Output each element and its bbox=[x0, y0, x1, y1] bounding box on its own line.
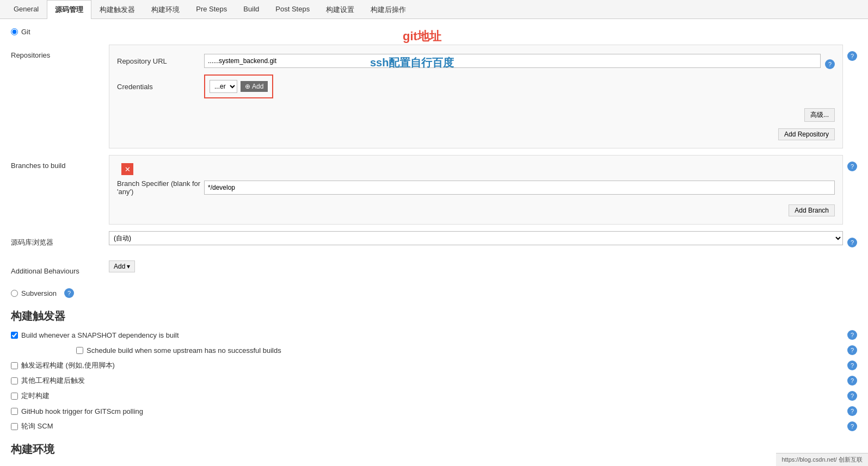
delete-branch-button[interactable]: ✕ bbox=[121, 163, 133, 175]
add-repository-button[interactable]: Add Repository bbox=[778, 128, 835, 140]
timed-label: 定时构建 bbox=[21, 391, 50, 401]
tab-postbuild[interactable]: 构建后操作 bbox=[362, 0, 414, 19]
poll-scm-help-icon[interactable]: ? bbox=[847, 421, 857, 431]
tab-bar: General 源码管理 构建触发器 构建环境 Pre Steps Build … bbox=[0, 0, 868, 19]
main-content: Git Repositories Repository URL ? Creden… bbox=[0, 19, 868, 466]
git-radio-text: Git bbox=[21, 28, 30, 36]
schedule-checkbox[interactable] bbox=[76, 347, 83, 354]
tab-triggers[interactable]: 构建触发器 bbox=[91, 0, 143, 19]
other-project-checkbox[interactable] bbox=[11, 377, 18, 384]
source-browser-help-icon[interactable]: ? bbox=[847, 238, 857, 247]
github-hook-checkbox[interactable] bbox=[11, 408, 18, 415]
repo-buttons-row: 高级... bbox=[117, 104, 835, 122]
credentials-label: Credentials bbox=[117, 83, 204, 91]
branch-specifier-form-row: Branch Specifier (blank for 'any') bbox=[117, 179, 835, 196]
branches-label: Branches to build bbox=[11, 155, 109, 176]
repo-url-input[interactable] bbox=[204, 54, 821, 68]
subversion-help-icon[interactable]: ? bbox=[64, 288, 74, 298]
source-browser-section: 源码库浏览器 (自动) ? bbox=[11, 231, 857, 254]
tab-general[interactable]: General bbox=[5, 0, 47, 19]
snapshot-checkbox[interactable] bbox=[11, 332, 18, 339]
repositories-outer: Repository URL ? Credentials ...er ⊕ bbox=[109, 45, 857, 148]
timed-help-icon[interactable]: ? bbox=[847, 391, 857, 401]
build-env-heading: 构建环境 bbox=[11, 442, 857, 457]
add-behaviour-button[interactable]: Add ▾ bbox=[109, 260, 135, 272]
repositories-section: Repositories Repository URL ? Credential… bbox=[11, 45, 857, 148]
repositories-help-icon[interactable]: ? bbox=[847, 51, 857, 61]
credentials-row: Credentials ...er ⊕ Add bbox=[117, 74, 835, 98]
github-hook-help-icon[interactable]: ? bbox=[847, 406, 857, 416]
tab-source[interactable]: 源码管理 bbox=[47, 0, 91, 19]
footer-url: https://blog.csdn.net/ bbox=[781, 456, 837, 463]
other-project-help-icon[interactable]: ? bbox=[847, 376, 857, 386]
build-triggers-heading: 构建触发器 bbox=[11, 309, 857, 324]
footer-bar: https://blog.csdn.net/ 创新互联 bbox=[776, 453, 868, 466]
other-project-checkbox-row: 其他工程构建后触发 ? bbox=[11, 376, 857, 386]
remote-help-icon[interactable]: ? bbox=[847, 361, 857, 370]
source-browser-outer: (自动) ? bbox=[109, 231, 857, 247]
additional-behaviours-section: Additional Behaviours Add ▾ bbox=[11, 260, 857, 282]
advanced-button[interactable]: 高级... bbox=[804, 108, 835, 122]
repo-url-row: Repository URL ? bbox=[117, 53, 835, 69]
schedule-checkbox-row: Schedule build when some upstream has no… bbox=[11, 345, 857, 355]
annotation-git: git地址 bbox=[403, 28, 441, 45]
repo-url-help-icon[interactable]: ? bbox=[825, 59, 835, 69]
remote-label: 触发远程构建 (例如,使用脚本) bbox=[21, 361, 115, 370]
branches-content: ✕ Branch Specifier (blank for 'any') Add… bbox=[109, 155, 843, 225]
repositories-content: Repository URL ? Credentials ...er ⊕ bbox=[109, 45, 843, 148]
subversion-radio[interactable] bbox=[11, 290, 18, 297]
schedule-help-icon[interactable]: ? bbox=[847, 345, 857, 355]
remote-checkbox[interactable] bbox=[11, 362, 18, 369]
branch-specifier-label: Branch Specifier (blank for 'any') bbox=[117, 179, 204, 196]
tab-poststeps[interactable]: Post Steps bbox=[267, 0, 318, 19]
add-branch-button[interactable]: Add Branch bbox=[789, 204, 835, 216]
add-behaviour-arrow: ▾ bbox=[127, 263, 130, 270]
timed-checkbox-row: 定时构建 ? bbox=[11, 391, 857, 401]
tab-env[interactable]: 构建环境 bbox=[143, 0, 188, 19]
source-browser-label: 源码库浏览器 bbox=[11, 231, 109, 254]
snapshot-help-icon[interactable]: ? bbox=[847, 330, 857, 340]
additional-behaviours-content: Add ▾ bbox=[109, 260, 135, 272]
schedule-label: Schedule build when some upstream has no… bbox=[87, 346, 281, 355]
repo-url-label: Repository URL bbox=[117, 57, 204, 65]
snapshot-checkbox-row: Build whenever a SNAPSHOT dependency is … bbox=[11, 330, 857, 340]
remote-checkbox-row: 触发远程构建 (例如,使用脚本) ? bbox=[11, 361, 857, 370]
subversion-radio-text: Subversion bbox=[21, 289, 57, 297]
poll-scm-label: 轮询 SCM bbox=[21, 421, 53, 431]
add-cred-icon: ⊕ bbox=[245, 83, 250, 90]
additional-behaviours-label: Additional Behaviours bbox=[11, 260, 109, 282]
snapshot-label: Build whenever a SNAPSHOT dependency is … bbox=[21, 331, 179, 339]
tab-settings[interactable]: 构建设置 bbox=[318, 0, 362, 19]
credentials-box: ...er ⊕ Add bbox=[204, 74, 273, 98]
tab-build[interactable]: Build bbox=[235, 0, 267, 19]
github-hook-label: GitHub hook trigger for GITScm polling bbox=[21, 407, 143, 415]
tab-presteps[interactable]: Pre Steps bbox=[188, 0, 235, 19]
branches-help-icon[interactable]: ? bbox=[847, 161, 857, 171]
add-cred-label: Add bbox=[252, 83, 263, 90]
credentials-select[interactable]: ...er bbox=[210, 80, 237, 93]
branch-specifier-row: ✕ bbox=[117, 163, 835, 175]
source-browser-select[interactable]: (自动) bbox=[109, 231, 843, 245]
add-branch-row: Add Branch bbox=[117, 201, 835, 216]
timed-checkbox[interactable] bbox=[11, 393, 18, 400]
footer-brand: 创新互联 bbox=[839, 456, 863, 463]
poll-scm-checkbox[interactable] bbox=[11, 423, 18, 430]
github-hook-checkbox-row: GitHub hook trigger for GITScm polling ? bbox=[11, 406, 857, 416]
add-repo-row: Add Repository bbox=[117, 125, 835, 140]
add-credentials-button[interactable]: ⊕ Add bbox=[241, 81, 268, 92]
poll-scm-checkbox-row: 轮询 SCM ? bbox=[11, 421, 857, 431]
branch-specifier-input[interactable] bbox=[204, 181, 835, 195]
add-behaviour-label: Add bbox=[114, 263, 125, 270]
git-radio[interactable] bbox=[11, 28, 18, 35]
branches-section: Branches to build ✕ Branch Specifier (bl… bbox=[11, 155, 857, 225]
subversion-radio-label[interactable]: Subversion ? bbox=[11, 288, 857, 298]
annotation-ssh: ssh配置自行百度 bbox=[370, 55, 454, 70]
branches-outer: ✕ Branch Specifier (blank for 'any') Add… bbox=[109, 155, 857, 225]
repositories-label: Repositories bbox=[11, 45, 109, 66]
other-project-label: 其他工程构建后触发 bbox=[21, 376, 85, 386]
